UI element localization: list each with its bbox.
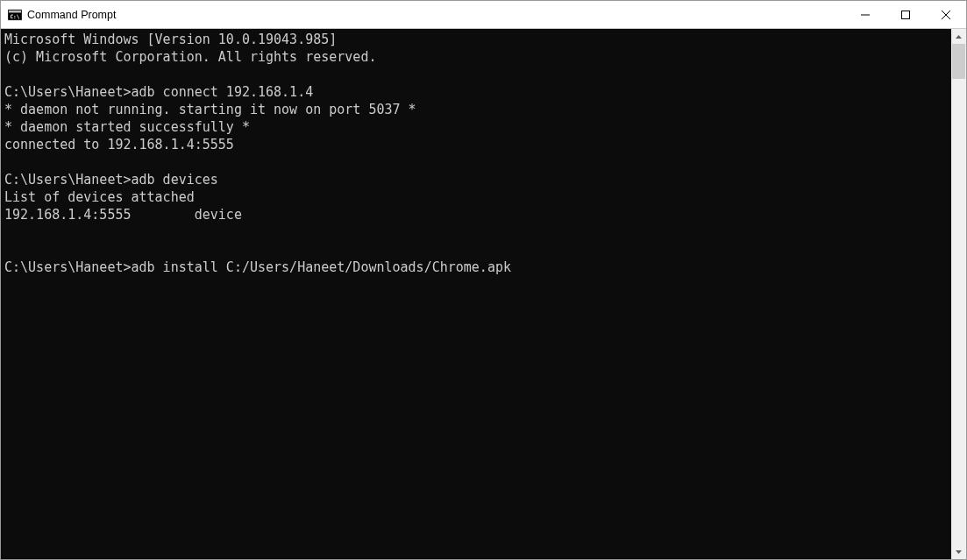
window-titlebar: C:\ Command Prompt <box>1 1 966 29</box>
close-icon <box>942 11 950 19</box>
vertical-scrollbar[interactable] <box>951 29 966 559</box>
chevron-down-icon <box>956 550 962 554</box>
scroll-up-arrow[interactable] <box>951 29 966 44</box>
content-wrapper: Microsoft Windows [Version 10.0.19043.98… <box>1 29 966 559</box>
terminal-line: (c) Microsoft Corporation. All rights re… <box>4 48 948 66</box>
maximize-button[interactable] <box>885 1 926 28</box>
chevron-up-icon <box>956 35 962 39</box>
window-title: Command Prompt <box>27 9 845 21</box>
terminal-line: * daemon not running. starting it now on… <box>4 101 948 118</box>
terminal-output[interactable]: Microsoft Windows [Version 10.0.19043.98… <box>1 29 951 559</box>
terminal-line <box>4 66 948 83</box>
terminal-line: 192.168.1.4:5555 device <box>4 206 948 223</box>
terminal-line <box>4 223 948 241</box>
minimize-icon <box>861 11 870 19</box>
terminal-line <box>4 153 948 171</box>
terminal-line: List of devices attached <box>4 188 948 206</box>
svg-rect-4 <box>902 11 910 18</box>
terminal-line: C:\Users\Haneet>adb install C:/Users/Han… <box>4 259 948 276</box>
window-controls <box>845 1 966 28</box>
close-button[interactable] <box>926 1 966 28</box>
terminal-line: C:\Users\Haneet>adb devices <box>4 171 948 188</box>
maximize-icon <box>901 11 910 19</box>
terminal-line: connected to 192.168.1.4:5555 <box>4 136 948 153</box>
terminal-line: * daemon started successfully * <box>4 118 948 136</box>
svg-text:C:\: C:\ <box>11 12 20 18</box>
terminal-line: C:\Users\Haneet>adb connect 192.168.1.4 <box>4 83 948 101</box>
cmd-app-icon: C:\ <box>8 8 22 22</box>
minimize-button[interactable] <box>845 1 885 28</box>
terminal-line: Microsoft Windows [Version 10.0.19043.98… <box>4 31 948 48</box>
terminal-line <box>4 241 948 259</box>
scroll-thumb[interactable] <box>952 44 965 79</box>
scroll-down-arrow[interactable] <box>951 544 966 559</box>
